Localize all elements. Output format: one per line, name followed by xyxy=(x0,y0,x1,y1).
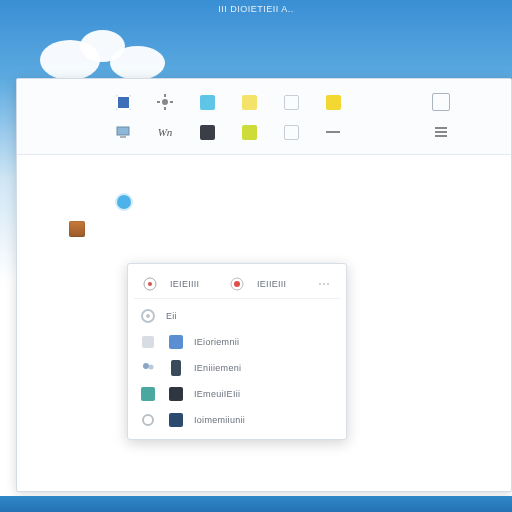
app-sq-icon xyxy=(138,384,158,404)
dark-icon[interactable] xyxy=(197,122,217,142)
panel-row[interactable]: IEioriemnii xyxy=(134,329,340,355)
side-app-icon[interactable] xyxy=(69,221,85,237)
target-icon xyxy=(140,274,160,294)
panel-row-label: IEniiiemeni xyxy=(194,363,336,373)
panel-row[interactable]: Eii xyxy=(134,303,340,329)
panel-row-label: IEioriemnii xyxy=(194,337,336,347)
panel-row[interactable]: IEniiiemeni xyxy=(134,355,340,381)
disc-icon xyxy=(138,306,158,326)
ribbon: Wn xyxy=(17,79,511,155)
navy-sq-icon xyxy=(166,410,186,430)
svg-point-15 xyxy=(146,314,150,318)
script-icon[interactable]: Wn xyxy=(155,122,175,142)
computer-icon[interactable] xyxy=(113,122,133,142)
blank-icon[interactable] xyxy=(281,122,301,142)
panel-row[interactable]: Ioimemiiunii xyxy=(134,407,340,433)
empty-icon[interactable] xyxy=(281,92,301,112)
bars-icon[interactable] xyxy=(431,122,451,142)
panel-row[interactable]: IEmeuiIEIii xyxy=(134,381,340,407)
mini-icon xyxy=(138,332,158,352)
frame-icon[interactable] xyxy=(431,92,451,113)
more-icon[interactable]: ⋯ xyxy=(314,274,334,294)
svg-rect-9 xyxy=(435,135,447,137)
svg-point-0 xyxy=(162,99,168,105)
minus-icon[interactable] xyxy=(323,122,343,142)
people-icon xyxy=(138,358,158,378)
panel-row-label: Eii xyxy=(166,311,336,321)
blue-sq-icon xyxy=(166,332,186,352)
round-icon xyxy=(138,410,158,430)
svg-point-11 xyxy=(148,282,152,286)
desktop: III DIOIETIEII A.. Wn IEIEIIIIIEIIEIII⋯ … xyxy=(0,0,512,512)
tag-icon[interactable] xyxy=(323,92,343,112)
app-window: Wn IEIEIIIIIEIIEIII⋯ EiiIEioriemniiIEnii… xyxy=(16,78,512,492)
panel-label-2: IEIIEIII xyxy=(257,279,304,289)
notification-badge[interactable] xyxy=(117,195,131,209)
phone-icon xyxy=(166,358,186,378)
lime-icon[interactable] xyxy=(239,122,259,142)
record-icon xyxy=(227,274,247,294)
folder-icon[interactable] xyxy=(197,92,217,112)
app-icon[interactable] xyxy=(113,92,133,112)
svg-point-13 xyxy=(234,281,240,287)
panel-label: IEIEIIII xyxy=(170,279,217,289)
svg-rect-7 xyxy=(435,127,447,129)
dropdown-panel: IEIEIIIIIEIIEIII⋯ EiiIEioriemniiIEniiiem… xyxy=(127,263,347,440)
svg-point-18 xyxy=(143,415,153,425)
svg-rect-6 xyxy=(120,136,126,138)
taskbar[interactable] xyxy=(0,496,512,512)
panel-row-label: Ioimemiiunii xyxy=(194,415,336,425)
dark-sq-icon xyxy=(166,384,186,404)
svg-point-17 xyxy=(149,365,154,370)
svg-rect-8 xyxy=(435,131,447,133)
note-icon[interactable] xyxy=(239,92,259,112)
svg-point-16 xyxy=(143,363,149,369)
settings-icon[interactable] xyxy=(155,92,175,112)
panel-row-label: IEmeuiIEIii xyxy=(194,389,336,399)
svg-rect-5 xyxy=(117,127,129,135)
title-bar: III DIOIETIEII A.. xyxy=(0,4,512,14)
